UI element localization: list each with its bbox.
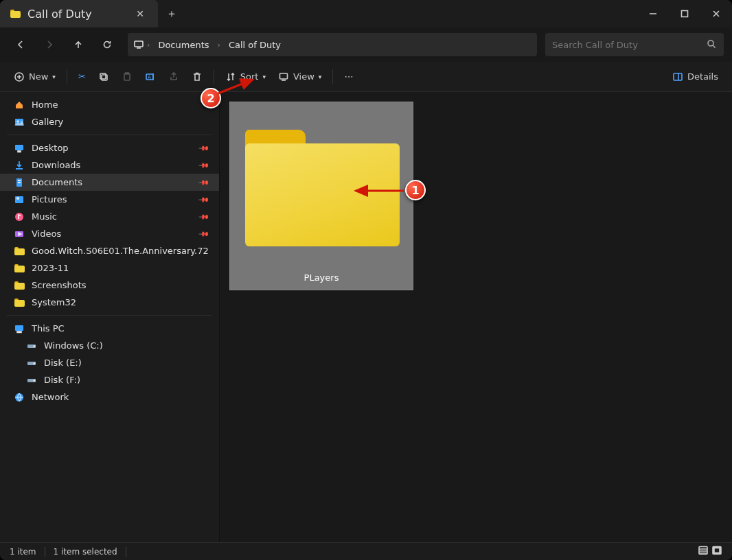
pin-icon: 📌	[198, 159, 209, 170]
sort-icon	[225, 71, 236, 82]
details-button[interactable]: Details	[667, 66, 724, 88]
sidebar-item-music[interactable]: Music📌	[0, 208, 219, 225]
gallery-icon	[14, 117, 25, 128]
more-button[interactable]: ⋯	[339, 66, 358, 88]
forward-button[interactable]	[37, 33, 62, 56]
svg-rect-4	[135, 41, 143, 47]
tab-close-button[interactable]: ✕	[132, 7, 148, 21]
view-icon	[278, 71, 289, 82]
tab-active[interactable]: Call of Duty ✕	[0, 0, 158, 27]
search-icon	[706, 38, 717, 51]
sidebar-item-gallery[interactable]: Gallery	[0, 113, 219, 130]
pictures-icon	[14, 194, 25, 205]
sidebar-item-desktop[interactable]: Desktop📌	[0, 139, 219, 156]
sidebar-item-label: System32	[32, 297, 208, 307]
chevron-right-icon: ›	[146, 40, 151, 49]
chevron-down-icon: ▾	[319, 73, 322, 80]
view-list-icon[interactable]	[698, 545, 709, 558]
sidebar-item-system32[interactable]: System32	[0, 294, 219, 311]
sidebar-item-label: Good.Witch.S06E01.The.Anniversary.720p.A…	[32, 246, 208, 256]
status-selected: 1 item selected	[54, 547, 117, 557]
view-grid-icon[interactable]	[711, 545, 722, 558]
scissors-icon: ✂	[78, 71, 86, 82]
svg-rect-12	[100, 73, 106, 79]
pc-icon	[14, 323, 25, 334]
copy-icon	[98, 71, 109, 82]
svg-rect-11	[102, 75, 107, 80]
svg-point-30	[17, 197, 19, 199]
svg-rect-24	[15, 145, 23, 150]
svg-point-41	[34, 380, 35, 381]
sidebar-item-label: Screenshots	[32, 280, 208, 290]
sidebar-item-good-witch-s06e01-the-annivers[interactable]: Good.Witch.S06E01.The.Anniversary.720p.A…	[0, 242, 219, 259]
sidebar-item-screenshots[interactable]: Screenshots	[0, 277, 219, 294]
sidebar-item-label: Desktop	[32, 143, 193, 153]
sidebar-item-pictures[interactable]: Pictures📌	[0, 191, 219, 208]
address-bar: › Documents › Call of Duty	[0, 27, 732, 62]
drive-icon	[26, 340, 37, 351]
svg-point-6	[708, 40, 713, 46]
rename-icon: A	[145, 71, 156, 82]
folder-icon	[10, 8, 21, 19]
breadcrumb[interactable]: › Documents › Call of Duty	[128, 33, 537, 56]
sidebar[interactable]: HomeGalleryDesktop📌Downloads📌Documents📌P…	[0, 92, 220, 542]
sidebar-item-this-pc[interactable]: This PC	[0, 320, 219, 337]
paste-icon	[122, 71, 133, 82]
network-icon	[14, 392, 25, 403]
svg-line-7	[713, 45, 716, 48]
paste-button[interactable]	[116, 66, 138, 88]
svg-rect-29	[15, 196, 23, 203]
delete-button[interactable]	[186, 66, 208, 88]
maximize-button[interactable]	[669, 0, 700, 27]
desktop-icon	[14, 143, 25, 154]
search-input[interactable]	[552, 40, 706, 50]
sidebar-item-2023-11[interactable]: 2023-11	[0, 259, 219, 277]
pin-icon: 📌	[198, 228, 209, 239]
sidebar-item-label: Disk (F:)	[44, 375, 208, 385]
svg-rect-18	[279, 73, 287, 79]
titlebar: Call of Duty ✕ ＋	[0, 0, 732, 27]
svg-point-23	[17, 121, 19, 122]
sidebar-item-network[interactable]: Network	[0, 388, 219, 406]
monitor-icon	[133, 39, 144, 50]
sort-button[interactable]: Sort ▾	[220, 66, 271, 88]
svg-point-37	[34, 345, 35, 347]
svg-rect-34	[15, 325, 23, 331]
cut-button[interactable]: ✂	[73, 66, 91, 88]
copy-button[interactable]	[93, 66, 115, 88]
sidebar-item-disk-e-[interactable]: Disk (E:)	[0, 354, 219, 371]
chevron-right-icon: ›	[216, 40, 222, 49]
new-tab-button[interactable]: ＋	[158, 0, 185, 27]
sidebar-item-label: Videos	[32, 229, 193, 239]
folder-item-players[interactable]: PLayers	[229, 102, 413, 290]
share-button[interactable]	[163, 66, 185, 88]
up-button[interactable]	[66, 33, 91, 56]
sidebar-item-disk-f-[interactable]: Disk (F:)	[0, 371, 219, 388]
refresh-button[interactable]	[95, 33, 119, 56]
rename-button[interactable]: A	[139, 66, 161, 88]
more-icon: ⋯	[344, 71, 353, 82]
svg-rect-52	[714, 548, 720, 553]
view-button[interactable]: View ▾	[273, 66, 327, 88]
sidebar-item-label: Music	[32, 211, 193, 222]
home-icon	[14, 100, 25, 110]
pin-icon: 📌	[198, 142, 209, 153]
minimize-button[interactable]	[637, 0, 669, 27]
downloads-icon	[14, 160, 25, 171]
sidebar-item-videos[interactable]: Videos📌	[0, 225, 219, 242]
svg-point-39	[34, 362, 35, 364]
pin-icon: 📌	[198, 211, 209, 222]
back-button[interactable]	[8, 33, 33, 56]
breadcrumb-seg-1[interactable]: Call of Duty	[223, 37, 286, 53]
sidebar-item-home[interactable]: Home	[0, 96, 219, 113]
breadcrumb-seg-0[interactable]: Documents	[152, 37, 214, 53]
sidebar-item-documents[interactable]: Documents📌	[0, 174, 219, 191]
sidebar-item-downloads[interactable]: Downloads📌	[0, 156, 219, 174]
close-button[interactable]	[700, 0, 732, 27]
sidebar-item-windows-c-[interactable]: Windows (C:)	[0, 337, 219, 354]
sidebar-item-label: Windows (C:)	[44, 340, 208, 351]
svg-rect-35	[17, 331, 21, 333]
content-area[interactable]: PLayers 1	[220, 92, 732, 542]
search-box[interactable]	[545, 33, 724, 56]
new-button[interactable]: New ▾	[8, 66, 61, 88]
